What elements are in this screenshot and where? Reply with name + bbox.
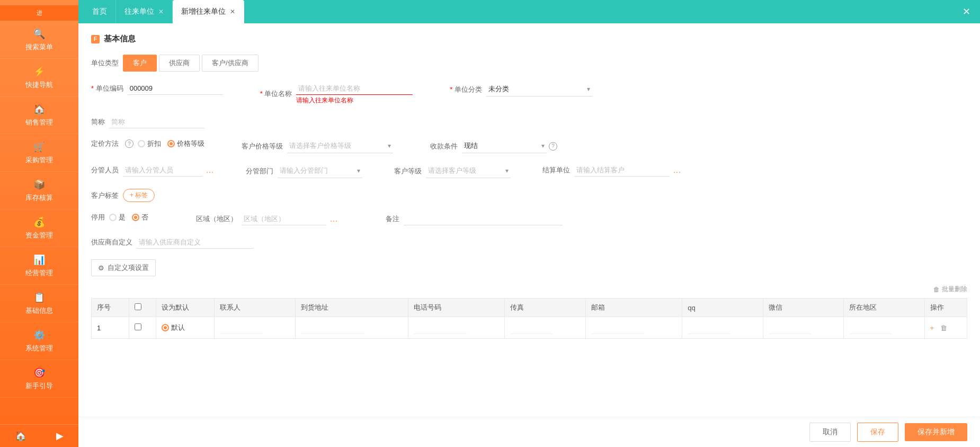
manager-more[interactable]: … — [206, 165, 214, 175]
tab-new-partner-close[interactable]: ✕ — [230, 8, 235, 15]
th-email: 邮箱 — [585, 299, 682, 317]
td-default: 默认 — [156, 317, 215, 339]
tab-partner-label: 往来单位 — [124, 7, 154, 16]
sidebar-item-inventory[interactable]: 📦 库存核算 — [0, 172, 78, 209]
sidebar-item-system-label: 系统管理 — [25, 344, 53, 353]
manager-row: 分管人员 … 分管部门 请输入分管部门 ▾ 客户等级 请选择客户等级 ▾ 结算单… — [91, 164, 967, 178]
sidebar-item-guide[interactable]: 🎯 新手引导 — [0, 360, 78, 398]
sidebar-logo: 进 — [0, 5, 78, 21]
sidebar-expand-icon[interactable]: ▶ — [56, 430, 64, 442]
unit-name-with-error: 请输入往来单位名称 — [296, 82, 413, 105]
add-row-icon[interactable]: + — [930, 324, 934, 332]
table-row: 1 默认 — [92, 317, 967, 339]
payment-terms-select[interactable]: 现结 ▾ — [462, 139, 547, 153]
unit-type-buttons: 客户 供应商 客户/供应商 — [123, 55, 259, 72]
sidebar-item-purchase[interactable]: 🛒 采购管理 — [0, 134, 78, 172]
tab-partner[interactable]: 往来单位 ✕ — [116, 0, 173, 23]
remark-input[interactable] — [404, 213, 563, 225]
tab-bar-close-all[interactable]: ✕ — [958, 6, 975, 17]
td-contact — [215, 317, 295, 339]
batch-delete-button[interactable]: 🗑 批量删除 — [933, 285, 967, 294]
th-contact: 联系人 — [215, 299, 295, 317]
tab-new-partner[interactable]: 新增往来单位 ✕ — [173, 0, 244, 23]
wechat-input[interactable] — [769, 321, 811, 334]
cancel-button[interactable]: 取消 — [809, 423, 851, 442]
unit-type-customer-btn[interactable]: 客户 — [123, 55, 157, 72]
supplier-custom-input[interactable] — [137, 236, 253, 249]
select-all-checkbox[interactable] — [135, 303, 141, 310]
fax-input[interactable] — [510, 321, 553, 334]
sidebar-item-sales-label: 销售管理 — [25, 118, 53, 127]
td-fax — [505, 317, 585, 339]
delete-row-icon[interactable]: 🗑 — [940, 324, 947, 332]
custom-settings-button[interactable]: ⚙ 自定义项设置 — [91, 259, 156, 276]
abbr-field: 简称 — [91, 116, 204, 128]
tab-bar: 首页 往来单位 ✕ 新增往来单位 ✕ ✕ — [78, 0, 980, 23]
contact-input[interactable] — [220, 321, 262, 334]
customer-level-select[interactable]: 请选择客户等级 ▾ — [426, 164, 511, 178]
payment-terms-arrow: ▾ — [541, 142, 545, 150]
abbr-input[interactable] — [109, 116, 204, 128]
customer-level-placeholder: 请选择客户等级 — [428, 166, 501, 176]
disabled-yes[interactable]: 是 — [109, 213, 126, 222]
table-section: 🗑 批量删除 序号 设为默认 联系人 到货地址 电话号码 传真 邮箱 qq — [91, 285, 967, 339]
address-input[interactable] — [301, 321, 364, 334]
purchase-icon: 🛒 — [33, 141, 46, 153]
sidebar-item-finance[interactable]: 💰 资金管理 — [0, 209, 78, 247]
disabled-no-label: 否 — [141, 213, 148, 222]
settlement-unit-more[interactable]: … — [673, 165, 681, 175]
unit-category-select[interactable]: 未分类 ▾ — [486, 82, 592, 97]
pricing-radio-discount[interactable]: 折扣 — [138, 139, 161, 148]
disabled-no-circle — [132, 214, 139, 221]
unit-type-field: 单位类型 客户 供应商 客户/供应商 — [91, 55, 259, 72]
sidebar-item-system[interactable]: ⚙️ 系统管理 — [0, 322, 78, 360]
customer-price-level-select[interactable]: 请选择客户价格等级 ▾ — [287, 139, 393, 153]
email-input[interactable] — [591, 321, 644, 334]
row-region-input[interactable] — [849, 321, 892, 334]
supplier-custom-field: 供应商自定义 — [91, 236, 253, 249]
th-qq: qq — [682, 299, 763, 317]
pricing-radio-discount-circle — [138, 140, 145, 147]
pricing-method-field: 定价方法 ? 折扣 价格等级 — [91, 139, 204, 148]
pricing-radio-level[interactable]: 价格等级 — [167, 139, 204, 148]
default-radio[interactable]: 默认 — [162, 323, 209, 332]
payment-terms-help[interactable]: ? — [549, 142, 557, 151]
supplier-custom-row: 供应商自定义 — [91, 236, 967, 249]
pricing-method-help[interactable]: ? — [125, 139, 133, 148]
tab-partner-close[interactable]: ✕ — [158, 8, 164, 15]
save-new-button[interactable]: 保存并新增 — [905, 423, 967, 441]
phone-input[interactable] — [414, 321, 467, 334]
tab-home[interactable]: 首页 — [84, 0, 116, 23]
save-button[interactable]: 保存 — [857, 423, 898, 442]
finance-icon: 💰 — [33, 216, 46, 229]
guide-icon: 🎯 — [33, 366, 46, 379]
settlement-unit-input[interactable] — [574, 164, 670, 177]
th-fax: 传真 — [505, 299, 585, 317]
dept-select[interactable]: 请输入分管部门 ▾ — [278, 164, 362, 178]
supplier-custom-label: 供应商自定义 — [91, 238, 132, 247]
region-input[interactable] — [242, 213, 326, 225]
disabled-no[interactable]: 否 — [132, 213, 148, 222]
unit-name-input[interactable] — [296, 82, 413, 95]
region-field: 区域（地区） … — [196, 213, 338, 225]
sidebar-item-search[interactable]: 🔍 搜索菜单 — [0, 21, 78, 59]
default-radio-circle — [162, 324, 169, 331]
sidebar-item-operations[interactable]: 📊 经营管理 — [0, 247, 78, 285]
unit-code-input[interactable] — [128, 82, 223, 95]
add-tag-button[interactable]: + 标签 — [123, 189, 155, 202]
region-more[interactable]: … — [329, 214, 338, 224]
sidebar-home-icon[interactable]: 🏠 — [15, 430, 26, 442]
unit-type-both-btn[interactable]: 客户/供应商 — [202, 55, 259, 72]
row-checkbox[interactable] — [135, 323, 141, 330]
sidebar-item-quick-nav[interactable]: ⚡ 快捷导航 — [0, 59, 78, 97]
unit-name-label: 单位名称 — [260, 89, 292, 99]
disabled-field: 停用 是 否 — [91, 213, 148, 222]
manager-input[interactable] — [123, 164, 202, 177]
sidebar-item-basic-info[interactable]: 📋 基础信息 — [0, 285, 78, 322]
qq-input[interactable] — [688, 321, 730, 334]
sidebar-item-sales[interactable]: 🏠 销售管理 — [0, 97, 78, 134]
unit-type-supplier-btn[interactable]: 供应商 — [159, 55, 200, 72]
search-icon: 🔍 — [33, 28, 46, 40]
operations-icon: 📊 — [33, 253, 46, 266]
td-address — [295, 317, 408, 339]
